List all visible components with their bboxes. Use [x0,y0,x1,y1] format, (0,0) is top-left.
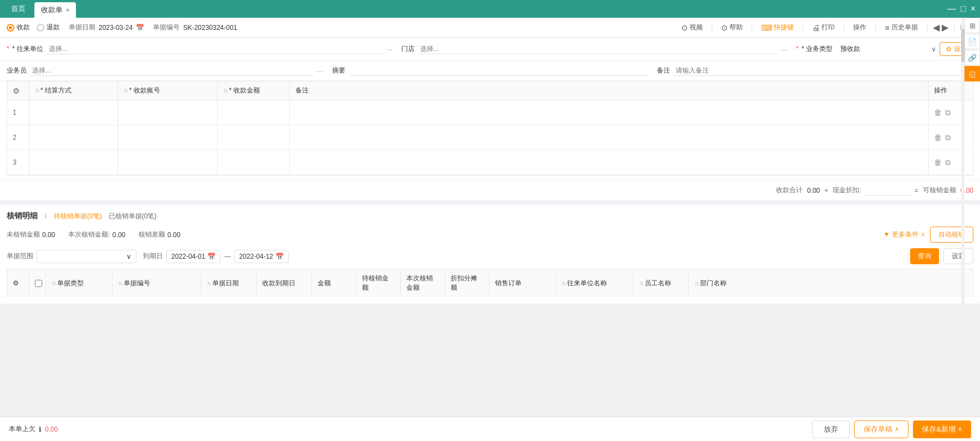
sidebar-table-icon[interactable]: ⊞ [964,18,980,33]
help-btn[interactable]: ⊙ 帮助 [718,22,746,33]
partner-input[interactable] [49,45,380,53]
row-copy-icon-1[interactable]: ⧉ [945,108,951,117]
row-amount-2[interactable] [218,125,290,150]
row-settlement-1[interactable] [29,100,118,125]
date-to-icon[interactable]: 📅 [275,253,284,260]
radio-shoukuan[interactable]: 收款 [7,23,30,32]
row-num-3: 3 [7,150,29,175]
calc-label2: 现金折扣: [833,186,861,195]
sort-number: ⇅ [118,280,122,286]
unclaimed-label: 未核销金额 [7,230,40,239]
biztype-dropdown-icon[interactable]: ∨ [931,45,936,53]
partner-field: * * 往来单位 ··· [7,44,392,54]
required-star2: * [796,45,799,53]
history-btn[interactable]: ≡ 历史单据 [881,22,921,33]
row-remark-1[interactable] [290,100,928,125]
sidebar-link-icon[interactable]: 🔗 [964,50,980,65]
date-from-input[interactable]: 2022-04-01 📅 [166,250,221,263]
nav-prev-icon[interactable]: ◀ [933,22,940,33]
tab-active[interactable]: 收款单 × [34,2,76,18]
scrollbar-area[interactable] [961,18,964,304]
verif-title: 核销明细 [7,211,38,221]
staff-input[interactable] [32,66,311,74]
date-from-icon[interactable]: 📅 [207,253,216,260]
unclaimed-value: 0.00 [42,231,55,239]
minimize-icon[interactable]: — [947,4,956,14]
remark-label: 备注 [657,66,670,75]
date-value[interactable]: 2023-03-24 [99,24,132,32]
toolbar-right: ⊙ 视频 ⊙ 帮助 ⌨ 快捷键 🖨 打印 操作 ≡ 历史单据 ◀ ▶ [678,22,973,33]
sidebar-active-icon[interactable]: ◱ [964,66,980,81]
shop-input[interactable] [420,45,775,53]
row-settlement-2[interactable] [29,125,118,150]
row-account-2[interactable] [118,125,218,150]
sort-type: ⇅ [52,280,56,286]
partner-more-btn[interactable]: ··· [386,45,392,54]
query-btn[interactable]: 查询 [910,248,939,264]
tab-home[interactable]: 首页 [4,0,32,18]
shop-more-btn[interactable]: ··· [780,45,787,54]
shortcut-btn[interactable]: ⌨ 快捷键 [758,22,797,33]
verif-done-tab[interactable]: 已核销单据(0笔) [109,212,157,221]
scrollbar-thumb[interactable] [961,29,964,62]
type-radio-group: 收款 退款 [7,23,60,32]
biztype-label: * * 业务类型 [796,44,833,54]
staff-more-btn[interactable]: ··· [317,66,323,75]
separator3 [803,23,803,32]
auto-verif-btn[interactable]: 自动核销 [930,227,973,243]
row-account-3[interactable] [118,150,218,175]
due-date-filter: 到期日 2022-04-01 📅 — 2022-04-12 📅 [143,250,289,263]
range-select[interactable]: ∨ [37,250,136,263]
staff-input-box [30,65,313,76]
verif-pending-tab[interactable]: 待核销单据(0笔) [54,212,102,221]
bth-discount: 折扣分摊额 [445,269,489,297]
bth-gear[interactable]: ⚙ [7,269,29,297]
diff-value: 0.00 [167,231,180,239]
row-actions-1: 🗑 ⧉ [928,100,973,125]
row-remark-3[interactable] [290,150,928,175]
calendar-icon[interactable]: 📅 [136,24,144,32]
th-action: 操作 [928,81,973,100]
more-conditions-btn[interactable]: ▼ 更多条件 ∧ [883,230,926,239]
bottom-gear-icon[interactable]: ⚙ [13,279,19,287]
operation-btn[interactable]: 操作 [850,22,870,33]
calc-discount-input[interactable] [866,185,910,196]
main-area: * * 往来单位 ··· 门店 ··· * * 业务类型 预收款 ∨ ⚙ [0,38,980,200]
row-settlement-3[interactable] [29,150,118,175]
tab-close-icon[interactable]: × [66,7,69,13]
date-to-input[interactable]: 2022-04-12 📅 [234,250,288,263]
print-label: 打印 [821,23,835,32]
row-account-1[interactable] [118,100,218,125]
required-star: * [7,45,9,53]
row-delete-icon-2[interactable]: 🗑 [934,133,942,142]
row-num-2: 2 [7,125,29,150]
receipt-table: ⚙ ⇅ * 结算方式 ⇅ * 收款账号 ⇅ * 收款金额 备注 操作 1 [7,81,973,176]
remark-input[interactable] [676,66,971,74]
row-delete-icon-1[interactable]: 🗑 [934,108,942,117]
print-btn[interactable]: 🖨 打印 [809,22,838,33]
row-copy-icon-2[interactable]: ⧉ [945,133,951,142]
sidebar-doc-icon[interactable]: 📄 [964,34,980,49]
biztype-field: * * 业务类型 预收款 ∨ ⚙ 设置 [796,42,973,56]
row-amount-1[interactable] [218,100,290,125]
summary-input[interactable] [351,66,646,74]
maximize-icon[interactable]: □ [961,4,966,14]
video-btn[interactable]: ⊙ 视频 [678,22,706,33]
th-gear[interactable]: ⚙ [7,81,29,100]
date-label: 单据日期 [69,23,95,32]
select-all-checkbox[interactable] [35,280,42,287]
row-remark-2[interactable] [290,125,928,150]
form-row-1: * * 往来单位 ··· 门店 ··· * * 业务类型 预收款 ∨ ⚙ [0,38,980,61]
close-icon[interactable]: × [971,4,976,14]
radio-shoukuan-label: 收款 [17,23,30,32]
row-copy-icon-3[interactable]: ⧉ [945,158,951,167]
row-amount-3[interactable] [218,150,290,175]
table-gear-icon[interactable]: ⚙ [13,86,20,95]
filter-settings-btn[interactable]: 设置 [943,248,973,264]
radio-tuikuan[interactable]: 退款 [37,23,60,32]
row-delete-icon-3[interactable]: 🗑 [934,158,942,167]
bth-checkbox[interactable] [29,269,46,297]
nav-next-icon[interactable]: ▶ [942,22,948,33]
verif-stats: 未核销金额 0.00 本次核销金额: 0.00 核销差额 0.00 ▼ 更多条件… [7,227,973,243]
verif-info-icon[interactable]: ℹ [44,212,47,220]
